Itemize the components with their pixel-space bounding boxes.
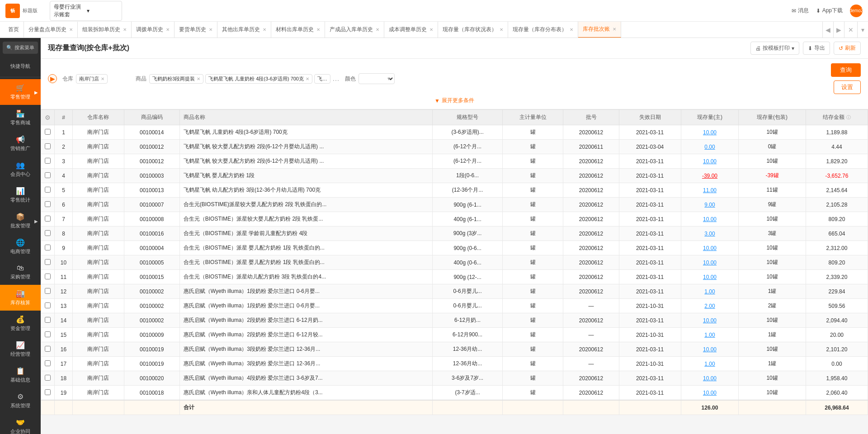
tab-disassemble-history[interactable]: 组装拆卸单历史 ✕ [78,22,132,38]
sidebar-item-inventory[interactable]: 🏭 库存核算 [0,285,41,311]
td-qty[interactable]: 10.00 [681,270,739,284]
export-btn[interactable]: ⬇ 导出 [803,42,830,55]
close-icon[interactable]: ✕ [316,27,320,32]
td-qty[interactable]: 10.00 [681,342,739,357]
td-checkbox[interactable] [41,371,55,386]
remove-product-2-icon[interactable]: ✕ [306,76,309,81]
row-checkbox-6[interactable] [45,216,51,222]
td-checkbox[interactable] [41,270,55,284]
td-checkbox[interactable] [41,140,55,154]
tab-mix-history[interactable]: 调拨单历史 ✕ [132,22,175,38]
product-tag-more[interactable]: 飞… [314,74,330,84]
tab-menu-btn[interactable]: ▾ [857,22,868,38]
row-checkbox-10[interactable] [45,274,51,279]
td-checkbox[interactable] [41,154,55,169]
product-tag-2[interactable]: 飞鹤星飞帆 儿童奶粉 4段(3-6岁适用) 700克 ✕ [205,74,312,84]
sidebar-item-enterprise[interactable]: 🤝 企业协同 [0,414,41,434]
row-checkbox-7[interactable] [45,230,51,236]
tab-material-out-history[interactable]: 材料出库单历史 ✕ [271,22,325,38]
avatar[interactable]: demo2 [850,5,863,17]
remove-product-1-icon[interactable]: ✕ [197,76,200,81]
row-checkbox-0[interactable] [45,129,51,135]
td-qty[interactable]: 9.00 [681,198,739,212]
tab-product-in-history[interactable]: 产成品入库单历史 ✕ [325,22,384,38]
row-checkbox-4[interactable] [45,187,51,193]
messages-btn[interactable]: ✉ 消息 [792,7,809,14]
app-download-btn[interactable]: ⬇ App下载 [816,7,843,14]
sidebar-item-membership[interactable]: 👥 会员中心 [0,156,41,182]
td-checkbox[interactable] [41,328,55,342]
td-qty[interactable]: 10.00 [681,212,739,226]
sidebar-item-retail[interactable]: 🛒 零售管理 ▶ [0,79,41,105]
template-print-btn[interactable]: 🖨 按模板打印 ▾ [750,42,799,55]
row-checkbox-2[interactable] [45,158,51,164]
td-checkbox[interactable] [41,212,55,226]
td-checkbox[interactable] [41,357,55,371]
row-checkbox-12[interactable] [45,302,51,308]
close-icon[interactable]: ✕ [500,27,503,32]
tab-home[interactable]: 首页 [4,22,24,38]
table-settings-icon[interactable]: ⚙ [45,114,51,121]
filter-more-icon[interactable]: … [332,75,340,83]
td-qty[interactable]: 11.00 [681,183,739,198]
tab-prev-btn[interactable]: ◀ [822,22,833,38]
td-checkbox[interactable] [41,125,55,140]
td-qty[interactable]: 10.00 [681,386,739,401]
td-checkbox[interactable] [41,342,55,357]
close-icon[interactable]: ✕ [263,27,266,32]
row-checkbox-3[interactable] [45,172,51,178]
shortcut-nav-btn[interactable]: 快捷导航 [3,61,38,71]
sidebar-item-basic[interactable]: 📋 基础信息 [0,362,41,388]
row-checkbox-16[interactable] [45,360,51,366]
sidebar-item-retail-shop[interactable]: 🏪 零售商城 [0,105,41,131]
sidebar-item-finance[interactable]: 💰 资金管理 [0,311,41,336]
td-checkbox[interactable] [41,183,55,198]
td-qty[interactable]: 10.00 [681,125,739,140]
close-icon[interactable]: ✕ [69,27,73,32]
table-container[interactable]: ⚙ # 仓库名称 商品编码 商品名称 规格型号 主计量单位 批号 失效日期 现存… [41,109,868,434]
industry-selector[interactable]: 母婴行业演示账套 ▾ [50,1,122,21]
row-checkbox-1[interactable] [45,143,51,149]
query-btn[interactable]: 查询 [831,63,861,77]
td-qty[interactable]: 10.00 [681,371,739,386]
row-checkbox-5[interactable] [45,201,51,207]
td-qty[interactable]: 3.00 [681,226,739,241]
color-select[interactable] [359,73,395,84]
sidebar-item-retail-stats[interactable]: 📊 零售统计 [0,182,41,208]
row-checkbox-14[interactable] [45,331,51,337]
td-checkbox[interactable] [41,299,55,313]
td-checkbox[interactable] [41,313,55,328]
td-qty[interactable]: -39.00 [681,169,739,183]
sidebar-item-marketing[interactable]: 📢 营销推广 [0,131,41,156]
sidebar-item-system[interactable]: ⚙ 系统管理 [0,388,41,414]
td-checkbox[interactable] [41,241,55,255]
row-checkbox-15[interactable] [45,346,51,352]
td-qty[interactable]: 10.00 [681,241,739,255]
td-qty[interactable]: 2.00 [681,299,739,313]
td-qty[interactable]: 1.00 [681,284,739,299]
settings-btn[interactable]: 设置 [834,80,861,94]
close-icon[interactable]: ✕ [376,27,379,32]
td-qty[interactable]: 10.00 [681,313,739,328]
td-qty[interactable]: 1.00 [681,328,739,342]
td-checkbox[interactable] [41,198,55,212]
row-checkbox-17[interactable] [45,375,51,381]
search-menu-btn[interactable]: 🔍 搜索菜单 [3,42,38,54]
sidebar-item-operations[interactable]: 📈 经营管理 [0,336,41,362]
remove-warehouse-icon[interactable]: ✕ [101,76,104,81]
close-icon[interactable]: ✕ [166,27,170,32]
td-qty[interactable]: 10.00 [681,255,739,270]
tab-stock-distribution[interactable]: 现存量（库存分布表） ✕ [508,22,578,38]
tab-requisition-history[interactable]: 要货单历史 ✕ [175,22,217,38]
row-checkbox-18[interactable] [45,389,51,395]
td-checkbox[interactable] [41,226,55,241]
refresh-btn[interactable]: ↺ 刷新 [834,42,861,55]
sidebar-item-wholesale[interactable]: 📦 批发管理 ▶ [0,208,41,234]
warehouse-tag[interactable]: 南岸门店 ✕ [76,74,108,84]
tab-next-btn[interactable]: ▶ [833,22,844,38]
row-checkbox-11[interactable] [45,288,51,294]
row-checkbox-9[interactable] [45,259,51,265]
close-icon[interactable]: ✕ [570,27,573,32]
tab-cost-adjust-history[interactable]: 成本调整单历史 ✕ [384,22,438,38]
close-icon[interactable]: ✕ [429,27,433,32]
